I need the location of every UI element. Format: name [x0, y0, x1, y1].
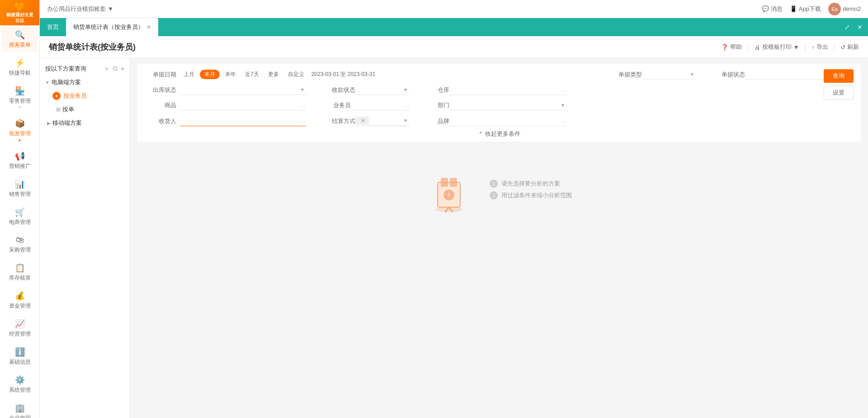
action-buttons: 查询 设置: [824, 69, 854, 100]
receiver-more-btn[interactable]: …: [301, 118, 307, 124]
date-btn-last-7-days[interactable]: 近7天: [241, 69, 263, 80]
collapse-arrow-icon: ⌃: [478, 131, 483, 138]
sidebar-item-system[interactable]: ⚙️ 系统管理: [0, 370, 40, 399]
receiver-input[interactable]: [180, 116, 299, 126]
empty-state-step-1: 1 请先选择要分析的方案: [490, 180, 572, 188]
dept-select-wrapper: ▼: [449, 100, 567, 110]
query-btn[interactable]: 查询: [824, 69, 854, 83]
salesman-more-btn[interactable]: …: [404, 102, 410, 109]
date-btn-custom[interactable]: 自定义: [284, 69, 308, 80]
warehouse-input-wrapper: …: [449, 85, 567, 95]
tab-home[interactable]: 首页: [40, 18, 66, 36]
out-status-select-wrapper: ▼: [180, 85, 307, 95]
warehouse-input[interactable]: [449, 85, 560, 95]
page-title: 销货单统计表(按业务员): [49, 42, 136, 52]
brand-input[interactable]: [449, 116, 560, 126]
operations-icon: 📈: [15, 319, 25, 329]
sidebar-item-ecommerce-label: 电商管理: [9, 218, 31, 226]
out-status-label: 出库状态: [145, 86, 176, 94]
ecommerce-icon: 🛒: [15, 207, 25, 217]
export-btn[interactable]: ↑ 导出: [811, 43, 828, 51]
app-download-btn[interactable]: 📱 App下载: [790, 5, 821, 13]
sidebar-item-finance[interactable]: 💰 资金管理: [0, 286, 40, 314]
page-header-actions: ❓ 帮助 | 🖨 按模板打印 ▼ | ↑ 导出 | ↺ 刷新: [721, 43, 859, 51]
salesman-label: 业务员: [328, 101, 351, 109]
product-label: 商品: [145, 101, 176, 109]
receipt-status-select-wrapper: ▼: [355, 85, 410, 95]
receipt-status-select[interactable]: [355, 85, 410, 95]
sidebar-item-wholesale[interactable]: 📦 批发管理 ▲: [0, 114, 40, 147]
tab-close-btn[interactable]: ✕: [146, 24, 151, 30]
sidebar-item-quick-nav[interactable]: ⚡ 快捷导航: [0, 53, 40, 81]
add-scheme-btn[interactable]: ＋: [104, 65, 110, 73]
date-btn-more[interactable]: 更多: [264, 69, 283, 80]
sidebar-item-basic-info[interactable]: ℹ️ 基础信息: [0, 342, 40, 370]
expand-arrow: ▼: [18, 105, 22, 109]
sidebar-item-purchase-label: 采购管理: [9, 246, 31, 254]
sidebar-item-ecommerce[interactable]: 🛒 电商管理: [0, 203, 40, 231]
sidebar-item-operations[interactable]: 📈 经营管理: [0, 314, 40, 342]
settlement-select[interactable]: [369, 116, 410, 125]
mobile-group-arrow: ▶: [47, 121, 51, 126]
settlement-tag: ✕: [355, 117, 369, 125]
product-more-btn[interactable]: …: [301, 102, 307, 109]
maximize-btn[interactable]: ⤢: [844, 24, 850, 31]
collapse-btn[interactable]: ⌃ 收起更多条件: [137, 126, 861, 142]
tab-sales-stat[interactable]: 销货单统计表（按业务员） ✕: [66, 18, 158, 36]
dept-label: 部门: [431, 101, 449, 109]
user-profile[interactable]: Ea demo2: [828, 3, 861, 15]
settings-btn[interactable]: 设置: [824, 86, 854, 100]
sidebar-item-wholesale-label: 批发管理: [9, 130, 31, 138]
settings-scheme-btn[interactable]: ⊙: [113, 65, 118, 73]
svg-text:!: !: [448, 191, 450, 199]
product-input[interactable]: [180, 100, 299, 110]
sidebar-item-inventory[interactable]: 📋 库存核算: [0, 258, 40, 286]
sidebar-item-marketing[interactable]: 📢 营销推广: [0, 147, 40, 175]
refresh-icon: ↺: [840, 44, 845, 51]
mobile-scheme-group: ▶ 移动端方案: [40, 116, 130, 130]
help-icon: ❓: [721, 44, 728, 51]
app-title-dropdown[interactable]: 办公用品行业模拟账套 ▼: [47, 5, 113, 13]
warehouse-more-btn[interactable]: …: [561, 87, 567, 93]
right-panel: 单据日期 上月 本月 本年 近7天 更多 自定义 2023-03-01 至 20…: [130, 58, 868, 418]
scheme-sub-item-by-order[interactable]: ⊞ 按单: [40, 103, 130, 116]
date-label: 单据日期: [145, 71, 176, 79]
refresh-btn[interactable]: ↺ 刷新: [840, 43, 859, 51]
sidebar-item-sales[interactable]: 📊 销售管理: [0, 175, 40, 203]
salesman-dot: ●: [52, 92, 61, 100]
sidebar-item-sales-label: 销售管理: [9, 190, 31, 198]
page-header: 销货单统计表(按业务员) ❓ 帮助 | 🖨 按模板打印 ▼ | ↑ 导出 |: [40, 36, 868, 58]
by-order-icon: ⊞: [56, 106, 61, 113]
help-btn[interactable]: ❓ 帮助: [721, 43, 742, 51]
scheme-item-by-salesman[interactable]: ● 按业务员: [40, 89, 130, 103]
date-btn-last-month[interactable]: 上月: [180, 69, 198, 80]
search-icon: 🔍: [15, 30, 25, 40]
main-area: 办公用品行业模拟账套 ▼ 💬 消息 📱 App下载 Ea demo2 首页: [40, 0, 868, 418]
sidebar-item-purchase[interactable]: 🛍 采购管理: [0, 231, 40, 258]
page-content: 销货单统计表(按业务员) ❓ 帮助 | 🖨 按模板打印 ▼ | ↑ 导出 |: [40, 36, 868, 418]
out-status-select[interactable]: [180, 85, 307, 95]
empty-state: ! 1 请先选择要分析的方案 2: [137, 142, 861, 241]
sidebar-item-enterprise[interactable]: 🏢 企业协同: [0, 399, 40, 418]
salesman-input[interactable]: [351, 100, 402, 110]
dept-select[interactable]: [449, 100, 567, 110]
close-window-btn[interactable]: ✕: [857, 24, 863, 31]
date-btn-this-year[interactable]: 本年: [222, 69, 240, 80]
date-btn-this-month[interactable]: 本月: [200, 70, 220, 79]
sidebar-item-search[interactable]: 🔍 搜索菜单: [2, 27, 38, 52]
filter-row-2: 出库状态 ▼ 收款状态: [145, 85, 854, 95]
pc-scheme-group-title[interactable]: ▼ 电脑端方案: [40, 76, 130, 89]
mobile-scheme-group-title[interactable]: ▶ 移动端方案: [40, 116, 130, 130]
left-panel-title: 按以下方案查询: [45, 65, 86, 73]
left-panel-header: 按以下方案查询 ＋ ⊙ «: [40, 62, 130, 76]
doc-type-select[interactable]: [642, 70, 696, 79]
sidebar-item-retail[interactable]: 🏪 零售管理 ▼: [0, 81, 40, 114]
filter-row-1: 单据日期 上月 本月 本年 近7天 更多 自定义 2023-03-01 至 20…: [145, 69, 854, 80]
brand-more-btn[interactable]: …: [561, 118, 567, 124]
message-btn[interactable]: 💬 消息: [762, 5, 783, 13]
print-btn[interactable]: 🖨 按模板打印 ▼: [755, 43, 799, 51]
filter-section: 单据日期 上月 本月 本年 近7天 更多 自定义 2023-03-01 至 20…: [137, 64, 861, 142]
settlement-tag-close[interactable]: ✕: [361, 118, 365, 124]
left-panel: 按以下方案查询 ＋ ⊙ « ▼ 电脑端方案 ● 按业务员: [40, 58, 130, 418]
collapse-panel-btn[interactable]: «: [121, 65, 124, 73]
